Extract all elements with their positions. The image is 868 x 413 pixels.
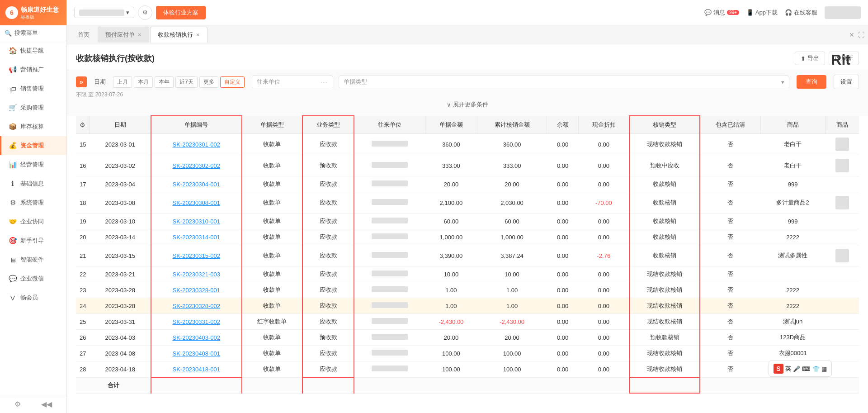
cell-discount: 0.00 — [578, 134, 629, 155]
date-btn-this-year[interactable]: 本年 — [155, 76, 174, 88]
cell-discount: -2.76 — [578, 245, 629, 266]
cell-verified: 1,000.00 — [477, 229, 547, 245]
mic-icon[interactable]: 🎤 — [793, 366, 800, 372]
grid-icon[interactable]: ▦ — [821, 366, 827, 372]
tab-expand-icon[interactable]: ⛶ — [858, 31, 864, 38]
cell-bill-no: SK-20230321-003 — [151, 266, 242, 282]
bill-no-link[interactable]: SK-20230321-003 — [172, 271, 220, 278]
sidebar-item-marketing[interactable]: 📢 营销推广 — [0, 60, 66, 79]
date-btn-last-month[interactable]: 上月 — [113, 76, 132, 88]
keyboard-icon[interactable]: ⌨ — [802, 366, 811, 372]
table-row: 28 2023-04-18 SK-20230418-001 收款单 应收款 10… — [76, 361, 859, 378]
sidebar-item-member[interactable]: V 畅会员 — [0, 288, 66, 307]
table-settings-icon[interactable]: ⚙ — [80, 121, 85, 128]
bill-no-link[interactable]: SK-20230408-001 — [172, 350, 220, 357]
cell-product-img — [825, 314, 859, 330]
bill-no-link[interactable]: SK-20230331-002 — [172, 318, 220, 325]
footer-img — [825, 377, 859, 393]
bill-no-link[interactable]: SK-20230328-002 — [172, 303, 220, 309]
sidebar-item-sales[interactable]: 🏷 销售管理 — [0, 79, 66, 98]
tab-collection[interactable]: 收款核销执行 ✕ — [150, 27, 208, 43]
cell-verified: 20.00 — [477, 176, 547, 192]
tab-prepay[interactable]: 预付应付单 ✕ — [98, 27, 149, 43]
tab-collection-close-icon[interactable]: ✕ — [196, 32, 200, 38]
cell-num: 28 — [76, 361, 90, 378]
cell-product: 999 — [760, 176, 825, 192]
sales-icon: 🏷 — [9, 85, 17, 93]
shirt-icon[interactable]: 👕 — [812, 366, 820, 372]
sidebar-item-smart-hw[interactable]: 🖥 智能硬件 — [0, 250, 66, 269]
sidebar-item-system[interactable]: ⚙ 系统管理 — [0, 193, 66, 212]
bill-no-link[interactable]: SK-20230304-001 — [172, 181, 220, 188]
cell-bill-type: 红字收款单 — [242, 314, 303, 330]
cell-bill-type: 收款单 — [242, 176, 303, 192]
cell-settled: 否 — [700, 155, 760, 176]
sidebar-label-wechat: 企业微信 — [20, 275, 44, 283]
bill-no-link[interactable]: SK-20230308-001 — [172, 199, 220, 206]
bill-no-link[interactable]: SK-20230418-001 — [172, 366, 220, 373]
tab-home[interactable]: 首页 — [71, 27, 97, 43]
gear-button[interactable]: ⚙ — [138, 5, 152, 20]
bill-no-link[interactable]: SK-20230310-001 — [172, 218, 220, 225]
company-select[interactable]: ▾ — [74, 7, 134, 18]
bill-no-link[interactable]: SK-20230314-001 — [172, 234, 220, 241]
cell-balance: 0.00 — [547, 134, 579, 155]
bill-no-link[interactable]: SK-20230301-002 — [172, 141, 220, 148]
cell-verified: 100.00 — [477, 361, 547, 378]
cell-bill-no: SK-20230304-001 — [151, 176, 242, 192]
date-btn-custom[interactable]: 自定义 — [220, 76, 245, 88]
app-download-item[interactable]: 📱 App下载 — [746, 9, 778, 17]
cell-balance: 0.00 — [547, 298, 579, 314]
sidebar-item-purchase[interactable]: 🛒 采购管理 — [0, 98, 66, 117]
collapse-icon[interactable]: ◀◀ — [41, 400, 52, 408]
cell-partner — [354, 155, 425, 176]
cell-balance: 0.00 — [547, 229, 579, 245]
online-service-item[interactable]: 🎧 在线客服 — [785, 9, 817, 17]
sidebar-item-enterprise[interactable]: 🤝 企业协同 — [0, 212, 66, 231]
partner-filter-input[interactable]: 往来单位 ··· — [252, 76, 333, 88]
date-btn-more[interactable]: 更多 — [199, 76, 218, 88]
cell-bill-type: 收款单 — [242, 330, 303, 346]
receipt-type-filter[interactable]: 单据类型 ▾ — [339, 76, 789, 88]
product-image — [835, 249, 849, 262]
sidebar-item-newbie[interactable]: 🎯 新手引导 — [0, 231, 66, 250]
settings-button[interactable]: 设置 — [834, 75, 859, 89]
cell-bill-type: 收款单 — [242, 155, 303, 176]
expand-filter-btn[interactable]: ∨ 展开更多条件 — [76, 99, 859, 110]
bill-no-link[interactable]: SK-20230302-002 — [172, 162, 220, 169]
user-avatar[interactable] — [825, 6, 861, 19]
table-body: 15 2023-03-01 SK-20230301-002 收款单 应收款 36… — [76, 134, 859, 378]
bill-no-link[interactable]: SK-20230315-002 — [172, 252, 220, 259]
wechat-icon: 💬 — [9, 275, 17, 283]
settings-gear-icon[interactable]: ⚙ — [14, 400, 21, 408]
product-image — [835, 159, 849, 172]
sidebar-item-operations[interactable]: 📊 经营管理 — [0, 155, 66, 174]
query-button[interactable]: 查询 — [797, 75, 826, 89]
sidebar-item-wechat[interactable]: 💬 企业微信 — [0, 269, 66, 288]
message-badge: 99+ — [727, 10, 739, 15]
sidebar-item-quick-nav[interactable]: 🏠 快捷导航 — [0, 41, 66, 60]
sidebar-search[interactable]: 🔍 搜索菜单 — [0, 25, 66, 41]
bill-no-link[interactable]: SK-20230403-002 — [172, 334, 220, 341]
date-btn-7days[interactable]: 近7天 — [175, 76, 198, 88]
sidebar-item-finance[interactable]: 💰 资金管理 — [0, 136, 66, 155]
bill-no-link[interactable]: SK-20230328-001 — [172, 287, 220, 294]
tab-close-all-icon[interactable]: ✕ — [849, 31, 854, 38]
industry-btn[interactable]: 体验行业方案 — [156, 6, 206, 19]
cell-settled: 否 — [700, 282, 760, 298]
cell-settled: 否 — [700, 330, 760, 346]
date-btn-this-month[interactable]: 本月 — [134, 76, 153, 88]
export-button[interactable]: ⬆ 导出 — [795, 52, 825, 65]
tab-prepay-close-icon[interactable]: ✕ — [137, 32, 142, 38]
cell-date: 2023-03-21 — [90, 266, 151, 282]
cell-discount: 0.00 — [578, 361, 629, 378]
sidebar-item-inventory[interactable]: 📦 库存核算 — [0, 117, 66, 136]
cell-verify-type: 现结收款核销 — [629, 266, 700, 282]
message-item[interactable]: 💬 消息 99+ — [704, 9, 739, 17]
table-row: 19 2023-03-10 SK-20230310-001 收款单 应收款 60… — [76, 214, 859, 229]
col-date: 日期 — [90, 116, 151, 134]
filter-toggle-btn[interactable]: » — [76, 76, 87, 87]
footer-verified — [477, 377, 547, 393]
sidebar-item-basic-info[interactable]: ℹ 基础信息 — [0, 174, 66, 193]
cell-settled: 否 — [700, 192, 760, 214]
